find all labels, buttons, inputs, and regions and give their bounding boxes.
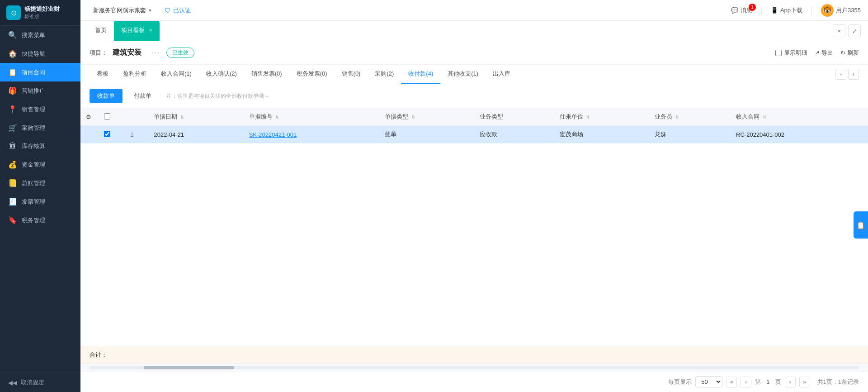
select-all-checkbox[interactable]: [104, 113, 110, 120]
subtab-7[interactable]: 采购(2): [368, 65, 401, 84]
row-contract: RC-20220401-002: [731, 126, 868, 143]
row-code[interactable]: SK-20220421-001: [244, 126, 380, 143]
show-detail-checkbox[interactable]: [775, 50, 782, 56]
inner-tab-payments[interactable]: 付款单: [126, 89, 159, 103]
pagination-first-btn[interactable]: «: [726, 377, 737, 387]
tab-actions: × ⤢: [833, 24, 861, 37]
inner-tab-receipts[interactable]: 收款单: [90, 89, 123, 103]
invoice-icon: 🧾: [8, 197, 17, 206]
subtabs-next-btn[interactable]: ›: [848, 69, 859, 80]
app-version: 标准版: [24, 13, 60, 20]
table-col-salesman[interactable]: 业务员 ⇅: [649, 108, 731, 126]
per-page-label: 每页显示: [668, 378, 692, 386]
table-col-gear[interactable]: ⚙: [80, 108, 99, 126]
show-detail-checkbox-label[interactable]: 显示明细: [775, 49, 807, 57]
messages-btn[interactable]: 💬 消息 1: [731, 6, 752, 14]
sidebar-item-purchase-mgmt[interactable]: 🛒采购管理: [0, 119, 80, 137]
tab-home[interactable]: 首页: [88, 21, 114, 41]
pagination-prev-btn[interactable]: ‹: [741, 377, 751, 387]
sidebar-item-label: 项目合同: [22, 68, 45, 76]
user-btn[interactable]: 🐯 用户3355: [821, 4, 861, 17]
project-more-btn[interactable]: ···: [151, 49, 160, 57]
subtab-3[interactable]: 收入确认(2): [199, 65, 244, 84]
search-icon: 🔍: [8, 31, 17, 39]
horizontal-scrollbar-track[interactable]: [90, 366, 859, 369]
per-page-select[interactable]: 50 100 200: [695, 376, 722, 387]
table-col-code[interactable]: 单据编号 ⇅: [244, 108, 380, 126]
inner-tabs: 收款单 付款单 注：这里是与项目关联的全部收付款单哦～: [80, 84, 868, 108]
topbar-certified-badge: 🛡 已认证: [157, 6, 198, 14]
subtab-5[interactable]: 税务发票(0): [289, 65, 335, 84]
subtab-6[interactable]: 销售(0): [335, 65, 368, 84]
tab-project-kanban[interactable]: 项目看板 ×: [114, 21, 160, 41]
next-page-icon: ›: [789, 379, 791, 385]
subtabs-prev-btn[interactable]: ‹: [835, 69, 846, 80]
sidebar-item-label: 资金管理: [22, 161, 45, 169]
sidebar-item-inventory[interactable]: 🏛库存核算: [0, 137, 80, 155]
topbar-right: 💬 消息 1 📱 App下载 🐯 用户3355: [731, 4, 861, 17]
sidebar-item-label: 库存核算: [22, 142, 45, 150]
row-type: 蓝单: [379, 126, 474, 143]
sidebar-item-finance[interactable]: 💰资金管理: [0, 155, 80, 174]
table-col-partner[interactable]: 往来单位 ⇅: [554, 108, 649, 126]
pagination-next-btn[interactable]: ›: [785, 377, 796, 387]
table-row[interactable]: 1 2022-04-21 SK-20220421-001 蓝单 应收款 宏茂商场…: [80, 126, 868, 143]
sidebar-pin-toggle[interactable]: ◀◀ 取消固定: [0, 373, 80, 392]
sidebar-item-ledger[interactable]: 📒总账管理: [0, 174, 80, 192]
sidebar-item-quick-nav[interactable]: 🏠快捷导航: [0, 44, 80, 63]
subtab-0[interactable]: 看板: [90, 65, 116, 84]
footer-total-label: 合计：: [90, 351, 107, 359]
row-gear: [80, 126, 99, 143]
expand-icon: ⤢: [852, 28, 857, 34]
row-num: 1: [116, 126, 148, 143]
sidebar-item-label: 税务管理: [22, 216, 45, 225]
table-col-date[interactable]: 单据日期 ⇅: [148, 108, 243, 126]
receipts-table: ⚙ 单据日期 ⇅ 单据编号 ⇅ 单据类型 ⇅ 业务类型 往来单位 ⇅ 业务员 ⇅…: [80, 108, 868, 143]
sidebar-item-project-contract[interactable]: 📋项目合同: [0, 63, 80, 81]
subtab-2[interactable]: 收入合同(1): [154, 65, 199, 84]
subtab-4[interactable]: 销售发票(0): [244, 65, 289, 84]
first-page-icon: «: [730, 379, 733, 385]
sidebar-menu: 🔍搜索菜单🏠快捷导航📋项目合同🎁营销推广📍销售管理🛒采购管理🏛库存核算💰资金管理…: [0, 26, 80, 373]
table-col-contract[interactable]: 收入合同 ⇅: [731, 108, 868, 126]
tab-close-icon[interactable]: ×: [149, 27, 152, 33]
row-biz-type: 应收款: [474, 126, 554, 143]
refresh-btn[interactable]: ↻ 刷新: [840, 49, 859, 57]
app-download-label: App下载: [780, 6, 802, 14]
topbar-project-selector[interactable]: 新服务官网演示账套 ▾: [88, 6, 157, 14]
app-logo: ⊙: [6, 5, 21, 20]
sidebar-item-label: 总账管理: [22, 179, 45, 187]
sidebar-item-search[interactable]: 🔍搜索菜单: [0, 26, 80, 44]
sidebar-item-invoice[interactable]: 🧾发票管理: [0, 192, 80, 211]
current-page-num: 1: [764, 378, 771, 385]
subtab-10[interactable]: 出入库: [486, 65, 518, 84]
inner-tab-note: 注：这里是与项目关联的全部收付款单哦～: [166, 92, 269, 100]
project-title: 项目： 建筑安装: [90, 48, 142, 57]
sidebar: ⊙ 畅捷通好业财 标准版 🔍搜索菜单🏠快捷导航📋项目合同🎁营销推广📍销售管理🛒采…: [0, 0, 80, 392]
user-label: 用户3355: [836, 6, 861, 14]
export-btn[interactable]: ↗ 导出: [815, 49, 833, 57]
tab-expand-btn[interactable]: ⤢: [848, 24, 861, 37]
sidebar-item-tax[interactable]: 🔖税务管理: [0, 211, 80, 229]
table-col-type[interactable]: 单据类型 ⇅: [379, 108, 474, 126]
app-download-btn[interactable]: 📱 App下载: [771, 6, 802, 14]
sidebar-item-sales-mgmt[interactable]: 📍销售管理: [0, 100, 80, 119]
page-prefix-label: 第: [755, 378, 761, 386]
horizontal-scrollbar-thumb[interactable]: [144, 366, 234, 369]
last-page-icon: »: [803, 379, 806, 385]
refresh-icon: ↻: [840, 49, 845, 56]
row-check[interactable]: [99, 126, 116, 143]
marketing-icon: 🎁: [8, 86, 17, 95]
sidebar-header: ⊙ 畅捷通好业财 标准版: [0, 0, 80, 26]
tab-close-window-btn[interactable]: ×: [833, 24, 845, 37]
float-action-btn[interactable]: 📋: [854, 211, 868, 239]
subtab-1[interactable]: 盈利分析: [116, 65, 154, 84]
subtab-8[interactable]: 收付款(4): [401, 65, 440, 84]
table-body: 1 2022-04-21 SK-20220421-001 蓝单 应收款 宏茂商场…: [80, 126, 868, 143]
pagination-last-btn[interactable]: »: [799, 377, 810, 387]
main-area: 新服务官网演示账套 ▾ 🛡 已认证 💬 消息 1 📱 App下载 🐯 用户335…: [80, 0, 868, 392]
subtab-9[interactable]: 其他收支(1): [440, 65, 486, 84]
sidebar-item-marketing[interactable]: 🎁营销推广: [0, 81, 80, 100]
sidebar-item-label: 营销推广: [22, 87, 45, 95]
row-checkbox[interactable]: [104, 131, 110, 137]
